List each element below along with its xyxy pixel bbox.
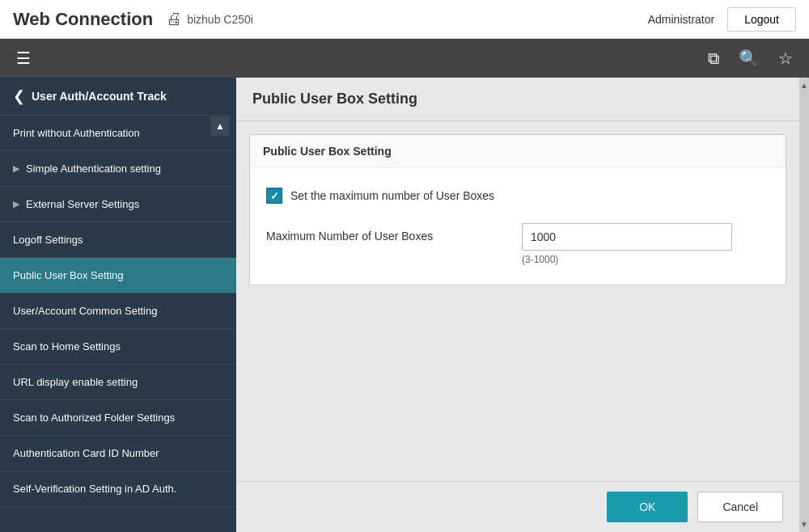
hamburger-button[interactable]: ☰	[10, 42, 37, 74]
sidebar-item-label: External Server Settings	[26, 198, 139, 210]
sidebar-item-authentication-card-id[interactable]: Authentication Card ID Number	[0, 436, 236, 471]
page-title: Public User Box Setting	[236, 78, 799, 121]
scroll-up-arrow[interactable]: ▲	[797, 78, 809, 93]
user-label: Administrator	[648, 13, 714, 26]
page-scroll-indicator[interactable]: ▲ ▼	[799, 78, 809, 532]
sidebar-item-label: Authentication Card ID Number	[13, 447, 159, 459]
expand-icon: ▶	[13, 163, 19, 174]
toolbar: ☰ ⧉ 🔍 ☆	[0, 39, 809, 78]
toolbar-left: ☰	[10, 42, 37, 74]
sidebar-item-print-without-auth[interactable]: Print without Authentication	[0, 116, 236, 151]
field-hint: (3-1000)	[522, 254, 732, 265]
device-name: bizhub C250i	[187, 13, 253, 26]
checkbox-row: ✓ Set the maximum number of User Boxes	[266, 188, 769, 204]
card-body: ✓ Set the maximum number of User Boxes M…	[250, 168, 786, 285]
field-row: Maximum Number of User Boxes (3-1000)	[266, 223, 769, 265]
max-user-boxes-checkbox[interactable]: ✓	[266, 188, 282, 204]
card-title: Public User Box Setting	[250, 135, 786, 168]
sidebar-item-label: Public User Box Setting	[13, 269, 124, 281]
content-footer: OK Cancel	[236, 481, 799, 532]
expand-icon: ▶	[13, 199, 19, 209]
sidebar-item-simple-auth-setting[interactable]: ▶ Simple Authentication setting	[0, 151, 236, 187]
check-mark: ✓	[270, 190, 279, 202]
app-title: Web Connection	[13, 9, 153, 30]
sidebar-scroll-up-button[interactable]: ▲	[210, 116, 230, 136]
header: Web Connection 🖨 bizhub C250i Administra…	[0, 0, 809, 39]
printer-icon: 🖨	[166, 10, 182, 28]
logout-button[interactable]: Logout	[727, 7, 796, 32]
scroll-down-arrow[interactable]: ▼	[797, 517, 809, 532]
sidebar-item-scan-to-authorized-folder[interactable]: Scan to Authorized Folder Settings	[0, 400, 236, 436]
sidebar-item-scan-to-home-settings[interactable]: Scan to Home Settings	[0, 329, 236, 365]
sidebar-title: User Auth/Account Track	[32, 90, 167, 103]
sidebar-item-label: Self-Verification Setting in AD Auth.	[13, 483, 176, 495]
content-body: Public User Box Setting ✓ Set the maximu…	[236, 121, 799, 481]
sidebar-back-button[interactable]: ❮	[13, 87, 25, 105]
device-info: 🖨 bizhub C250i	[166, 10, 253, 28]
sidebar-item-logoff-settings[interactable]: Logoff Settings	[0, 222, 236, 258]
header-right: Administrator Logout	[648, 7, 796, 32]
sidebar-header: ❮ User Auth/Account Track	[0, 78, 236, 116]
sidebar-item-label: Print without Authentication	[13, 127, 140, 139]
field-label: Maximum Number of User Boxes	[266, 223, 509, 243]
sidebar-item-label: Scan to Authorized Folder Settings	[13, 412, 175, 424]
header-left: Web Connection 🖨 bizhub C250i	[13, 9, 253, 30]
sidebar-nav: Print without Authentication ▶ Simple Au…	[0, 116, 236, 507]
sidebar-item-label: Logoff Settings	[13, 234, 83, 246]
max-user-boxes-input[interactable]	[522, 223, 732, 251]
main-layout: ❮ User Auth/Account Track ▲ Print withou…	[0, 78, 809, 532]
sidebar-item-user-account-common-setting[interactable]: User/Account Common Setting	[0, 293, 236, 329]
copy-icon-button[interactable]: ⧉	[701, 43, 726, 74]
sidebar-item-label: User/Account Common Setting	[13, 305, 157, 317]
sidebar-item-label: URL display enable setting	[13, 376, 138, 388]
content-area: Public User Box Setting Public User Box …	[236, 78, 799, 532]
sidebar-item-label: Simple Authentication setting	[26, 163, 161, 175]
sidebar-item-self-verification-ad[interactable]: Self-Verification Setting in AD Auth.	[0, 471, 236, 507]
sidebar-item-label: Scan to Home Settings	[13, 340, 121, 353]
star-icon-button[interactable]: ☆	[772, 42, 799, 74]
toolbar-right: ⧉ 🔍 ☆	[701, 42, 799, 74]
ok-button[interactable]: OK	[607, 492, 688, 522]
sidebar-item-external-server-settings[interactable]: ▶ External Server Settings	[0, 187, 236, 222]
field-input-group: (3-1000)	[522, 223, 732, 265]
app-logo: Web Connection	[13, 9, 153, 30]
sidebar-item-public-user-box-setting[interactable]: Public User Box Setting	[0, 258, 236, 293]
content-card: Public User Box Setting ✓ Set the maximu…	[249, 134, 786, 285]
sidebar-item-url-display-enable-setting[interactable]: URL display enable setting	[0, 365, 236, 400]
search-icon-button[interactable]: 🔍	[732, 42, 765, 74]
cancel-button[interactable]: Cancel	[697, 492, 783, 522]
sidebar: ❮ User Auth/Account Track ▲ Print withou…	[0, 78, 236, 532]
checkbox-label: Set the maximum number of User Boxes	[290, 189, 494, 202]
